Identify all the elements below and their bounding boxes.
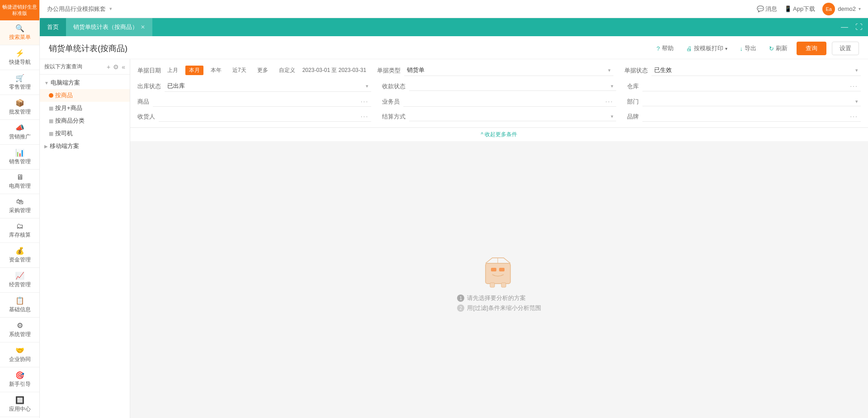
tab-report[interactable]: 销货单统计表（按商品） ✕	[66, 18, 152, 36]
warehouse-dots-icon[interactable]: ···	[850, 82, 858, 90]
retail-icon: 🛒	[15, 74, 24, 82]
tree-node-driver[interactable]: ▦ 按司机	[40, 127, 130, 140]
help-icon: ?	[656, 45, 660, 52]
sidebar-item-marketing[interactable]: 📣 营销推广	[0, 120, 39, 145]
receiver-dots-icon[interactable]: ···	[361, 113, 369, 120]
empty-svg-icon	[476, 245, 522, 290]
collapse-bar[interactable]: ^ 收起更多条件	[130, 128, 868, 141]
dept-value[interactable]: ▾	[642, 97, 861, 106]
filter-row-3: 商品 ··· 业务员 ···	[137, 96, 861, 107]
svg-rect-0	[486, 263, 510, 284]
main-area: 办公用品行业模拟账套 ▾ 💬 消息 📱 App下载 Ea demo2 ▾ 首页 …	[40, 0, 868, 418]
user-dropdown-icon: ▾	[859, 6, 861, 11]
receiver-value[interactable]: ···	[159, 111, 371, 122]
sidebar-item-system[interactable]: ⚙ 系统管理	[0, 318, 39, 342]
tree-node-category[interactable]: ▦ 按商品分类	[40, 114, 130, 127]
refresh-button[interactable]: ↻ 刷新	[765, 43, 791, 54]
warehouse-value[interactable]: ···	[642, 81, 861, 91]
date-7days[interactable]: 近7天	[229, 66, 250, 75]
tree-node-pc[interactable]: ▼ 电脑端方案	[40, 76, 130, 89]
sidebar-item-retail[interactable]: 🛒 零售管理	[0, 70, 39, 95]
sidebar-sales-label: 销售管理	[9, 158, 31, 166]
filter-outstore-item: 出库状态 已出库 ▾	[137, 81, 371, 92]
sidebar-finance-label: 资金管理	[9, 256, 31, 264]
filter-date-item: 单据日期 上月 本月 本年 近7天 更多 自定义 2023-03-01 至 20…	[137, 66, 366, 75]
sidebar-item-sales[interactable]: 📊 销售管理	[0, 145, 39, 170]
type-value[interactable]: 销货单 ▾	[404, 65, 613, 76]
sidebar-item-quicknav[interactable]: ⚡ 快捷导航	[0, 45, 39, 70]
marketing-icon: 📣	[15, 124, 24, 132]
message-link[interactable]: 💬 消息	[757, 5, 777, 13]
print-dropdown-icon: ▾	[725, 46, 727, 51]
sidebar-item-basic[interactable]: 📋 基础信息	[0, 293, 39, 318]
sidebar-item-corp[interactable]: 🤝 企业协同	[0, 342, 39, 367]
tab-close-icon[interactable]: ✕	[141, 24, 145, 30]
export-button[interactable]: ↓ 导出	[736, 43, 760, 54]
status-value[interactable]: 已生效 ▾	[651, 65, 861, 76]
empty-illustration	[476, 245, 522, 290]
receive-dropdown-icon: ▾	[611, 83, 613, 89]
filter-type-item: 单据类型 销货单 ▾	[377, 65, 613, 76]
download-icon: 📱	[784, 5, 792, 12]
settings-scheme-icon[interactable]: ⚙	[113, 63, 119, 71]
sidebar-item-inventory[interactable]: 🗂 库存核算	[0, 218, 39, 243]
svg-rect-5	[501, 283, 506, 287]
payment-value[interactable]: ▾	[409, 112, 616, 121]
top-header: 办公用品行业模拟账套 ▾ 💬 消息 📱 App下载 Ea demo2 ▾	[40, 0, 868, 18]
date-range-text: 2023-03-01 至 2023-03-31	[302, 66, 366, 74]
date-this-month[interactable]: 本月	[185, 66, 203, 75]
tab-minimize-icon[interactable]: —	[839, 22, 850, 32]
settings-button[interactable]: 设置	[832, 42, 859, 55]
receiver-label: 收货人	[137, 113, 155, 121]
staff-dots-icon[interactable]: ···	[605, 98, 613, 105]
sidebar-quicknav-label: 快捷导航	[9, 58, 31, 66]
expand-icon: ▼	[44, 81, 49, 86]
brand-value[interactable]: ···	[642, 111, 861, 122]
svg-rect-3	[499, 268, 505, 271]
app-download-link[interactable]: 📱 App下载	[784, 5, 815, 13]
tab-home[interactable]: 首页	[40, 18, 66, 36]
empty-hint-1: 1 请先选择要分析的方案	[457, 294, 541, 302]
date-last-month[interactable]: 上月	[164, 66, 182, 75]
system-icon: ⚙	[17, 321, 23, 330]
tree-node-month-product[interactable]: ▦ 按月+商品	[40, 102, 130, 114]
sales-icon: 📊	[15, 148, 24, 157]
goods-value[interactable]: ···	[153, 96, 371, 107]
username: demo2	[838, 5, 856, 12]
date-more[interactable]: 更多	[254, 66, 272, 75]
workspace-dropdown-icon[interactable]: ▾	[109, 6, 112, 12]
sidebar-item-ecommerce[interactable]: 🖥 电商管理	[0, 170, 39, 194]
sidebar-item-search[interactable]: 🔍 搜索菜单	[0, 20, 39, 45]
sidebar-item-purchase[interactable]: 🛍 采购管理	[0, 194, 39, 218]
filter-staff-item: 业务员 ···	[382, 96, 616, 107]
sidebar-item-guide[interactable]: 🎯 新手引导	[0, 367, 39, 392]
sidebar-item-wholesale[interactable]: 📦 批发管理	[0, 95, 39, 120]
date-custom[interactable]: 自定义	[275, 66, 299, 75]
tab-maximize-icon[interactable]: ⛶	[854, 22, 864, 32]
query-button[interactable]: 查询	[797, 42, 826, 55]
goods-dots-icon[interactable]: ···	[361, 98, 369, 105]
date-this-year[interactable]: 本年	[207, 66, 225, 75]
sidebar-item-appstore[interactable]: 🔲 应用中心	[0, 392, 39, 417]
tree-node-by-product[interactable]: 按商品	[40, 89, 130, 102]
sidebar-inventory-label: 库存核算	[9, 231, 31, 239]
brand-dots-icon[interactable]: ···	[850, 113, 858, 120]
collapse-panel-icon[interactable]: «	[122, 63, 125, 71]
add-scheme-icon[interactable]: +	[107, 63, 110, 71]
status-dropdown-icon: ▾	[855, 67, 858, 73]
brand-label: 品牌	[627, 113, 639, 121]
help-button[interactable]: ? 帮助	[653, 43, 677, 54]
operation-icon: 📈	[15, 271, 24, 280]
print-button[interactable]: 🖨 按模板打印 ▾	[683, 43, 731, 54]
sidebar-item-finance[interactable]: 💰 资金管理	[0, 243, 39, 268]
tree-node-mobile[interactable]: ▶ 移动端方案	[40, 140, 130, 152]
filter-payment-item: 结算方式 ▾	[382, 112, 616, 121]
receive-value[interactable]: ▾	[409, 82, 616, 91]
outstore-value[interactable]: 已出库 ▾	[165, 81, 371, 92]
sidebar-item-operation[interactable]: 📈 经营管理	[0, 268, 39, 293]
staff-value[interactable]: ···	[403, 96, 616, 107]
date-filter-row: 上月 本月 本年 近7天 更多 自定义 2023-03-01 至 2023-03…	[164, 66, 366, 75]
quicknav-icon: ⚡	[15, 49, 24, 57]
refresh-icon: ↻	[769, 45, 774, 52]
user-info[interactable]: Ea demo2 ▾	[822, 3, 861, 15]
